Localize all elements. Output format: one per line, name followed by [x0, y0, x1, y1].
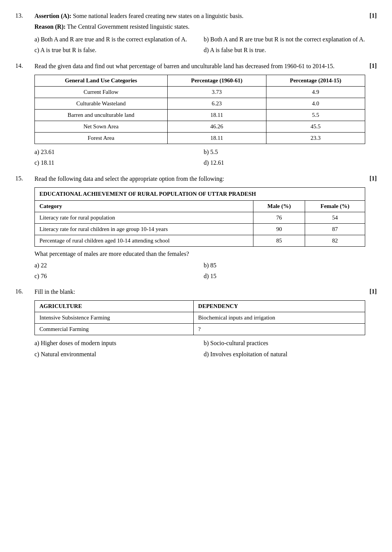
q15-content: Read the following data and select the a… [34, 174, 365, 281]
q14-row5-col1: Forest Area [35, 132, 168, 144]
q16-opt-b-text: Socio-cultural practices [210, 340, 268, 346]
q15-opt-b-label: b) [204, 262, 209, 269]
q16-content: Fill in the blank: AGRICULTURE DEPENDENC… [34, 287, 365, 359]
reason-text: The Central Government resisted linguist… [65, 23, 189, 30]
q16-col-header-1: AGRICULTURE [35, 301, 194, 312]
q16-col-header-2: DEPENDENCY [193, 301, 365, 312]
q15-row3-col3: 82 [305, 235, 365, 246]
q13-options: a) Both A and R are true and R is the co… [34, 35, 365, 55]
table-row: Culturable Wasteland 6.23 4.0 [35, 98, 365, 109]
q15-sub-question: What percentage of males are more educat… [34, 251, 365, 257]
q13-option-c: c) A is true but R is false. [34, 46, 196, 54]
q14-row3-col1: Barren and unculturable land [35, 109, 168, 121]
q15-option-d: d) 15 [204, 272, 365, 280]
q13-option-d: d) A is false but R is true. [204, 46, 365, 54]
q15-option-b: b) 85 [204, 261, 365, 270]
table-row: Percentage of rural children aged 10-14 … [35, 235, 365, 246]
q16-option-c: c) Natural environmental [34, 350, 196, 359]
q15-table: EDUCATIONAL ACHIEVEMENT OF RURAL POPULAT… [34, 187, 365, 247]
q13-option-a: a) Both A and R are true and R is the co… [34, 35, 196, 44]
q14-row2-col2: 6.23 [167, 98, 266, 109]
q15-title-row: EDUCATIONAL ACHIEVEMENT OF RURAL POPULAT… [35, 187, 365, 200]
table-row: Literacy rate for rural children in age … [35, 223, 365, 235]
q14-opt-c-text: 18.11 [41, 159, 54, 166]
q15-col-header-1: Category [35, 200, 253, 212]
q16-options: a) Higher doses of modern inputs b) Soci… [34, 339, 365, 359]
assertion-text: Some national leaders feared creating ne… [71, 13, 243, 19]
q15-marks: [1] [365, 174, 377, 182]
q14-row4-col3: 45.5 [266, 121, 365, 132]
q14-option-a: a) 23.61 [34, 148, 196, 156]
q14-option-b: b) 5.5 [204, 148, 365, 156]
q15-number: 15. [15, 174, 34, 182]
q14-options: a) 23.61 b) 5.5 c) 18.11 d) 12.61 [34, 148, 365, 167]
q14-opt-c-label: c) [34, 159, 39, 166]
q15-option-c: c) 76 [34, 272, 196, 280]
q16-row2-col2: ? [193, 324, 365, 335]
q14-row4-col1: Net Sown Area [35, 121, 168, 132]
q14-row5-col2: 18.11 [167, 132, 266, 144]
q15-option-a: a) 22 [34, 261, 196, 270]
q14-content: Read the given data and find out what pe… [34, 62, 365, 167]
q15-text: Read the following data and select the a… [34, 174, 365, 183]
q14-opt-a-text: 23.61 [41, 149, 54, 155]
table-row: Intensive Subsistence Farming Biochemica… [35, 312, 365, 324]
q14-opt-b-label: b) [204, 149, 209, 155]
question-16: 16. Fill in the blank: AGRICULTURE DEPEN… [15, 287, 377, 359]
q13-content: Assertion (A): Some national leaders fea… [34, 11, 365, 55]
q14-row2-col1: Culturable Wasteland [35, 98, 168, 109]
q14-col-header-3: Percentage (2014-15) [266, 75, 365, 86]
question-13: 13. Assertion (A): Some national leaders… [15, 11, 377, 55]
q15-table-title: EDUCATIONAL ACHIEVEMENT OF RURAL POPULAT… [35, 187, 365, 200]
q15-row2-col2: 90 [253, 223, 305, 235]
q13-opt-b-label: b) [204, 36, 209, 43]
q16-row2-col1: Commercial Farming [35, 324, 194, 335]
reason-label: Reason (R): [34, 23, 65, 30]
q13-opt-a-label: a) [34, 36, 39, 43]
q13-assertion: Assertion (A): Some national leaders fea… [34, 11, 365, 21]
q13-opt-d-text: A is false but R is true. [210, 47, 266, 53]
table-row: Current Fallow 3.73 4.9 [35, 86, 365, 98]
q16-text: Fill in the blank: [34, 287, 365, 296]
q15-col-header-3: Female (%) [305, 200, 365, 212]
q13-reason: Reason (R): The Central Government resis… [34, 22, 365, 31]
q14-row2-col3: 4.0 [266, 98, 365, 109]
q14-col-header-1: General Land Use Categories [35, 75, 168, 86]
q16-header-row: AGRICULTURE DEPENDENCY [35, 301, 365, 312]
q14-row1-col3: 4.9 [266, 86, 365, 98]
q15-opt-d-text: 15 [210, 273, 216, 279]
q14-row3-col3: 5.5 [266, 109, 365, 121]
question-15: 15. Read the following data and select t… [15, 174, 377, 281]
q16-opt-c-label: c) [34, 351, 39, 357]
q15-row1-col1: Literacy rate for rural population [35, 212, 253, 223]
q16-row1-col1: Intensive Subsistence Farming [35, 312, 194, 324]
q15-opt-a-label: a) [34, 262, 39, 269]
q16-opt-a-text: Higher doses of modern inputs [41, 340, 116, 346]
q15-opt-d-label: d) [204, 273, 209, 279]
table-row: Net Sown Area 46.26 45.5 [35, 121, 365, 132]
q14-table: General Land Use Categories Percentage (… [34, 75, 365, 144]
q16-table: AGRICULTURE DEPENDENCY Intensive Subsist… [34, 300, 365, 335]
q14-opt-a-label: a) [34, 149, 39, 155]
q13-opt-a-text: Both A and R are true and R is the corre… [41, 36, 187, 43]
q16-number: 16. [15, 287, 34, 295]
q13-opt-c-label: c) [34, 47, 39, 53]
q16-opt-c-text: Natural environmental [41, 351, 96, 357]
table-row: Literacy rate for rural population 76 54 [35, 212, 365, 223]
q13-number: 13. [15, 11, 34, 19]
q15-row1-col2: 76 [253, 212, 305, 223]
q13-opt-c-text: A is true but R is false. [41, 47, 96, 53]
q14-table-header-row: General Land Use Categories Percentage (… [35, 75, 365, 86]
table-row: Forest Area 18.11 23.3 [35, 132, 365, 144]
q13-option-b: b) Both A and R are true but R is not th… [204, 35, 365, 44]
q15-opt-a-text: 22 [41, 262, 47, 269]
q14-option-c: c) 18.11 [34, 159, 196, 167]
q15-opt-c-text: 76 [41, 273, 47, 279]
q15-row3-col2: 85 [253, 235, 305, 246]
q16-marks: [1] [365, 287, 377, 295]
q15-opt-b-text: 85 [210, 262, 216, 269]
q14-row5-col3: 23.3 [266, 132, 365, 144]
q16-opt-b-label: b) [204, 340, 209, 346]
q16-option-a: a) Higher doses of modern inputs [34, 339, 196, 347]
q15-col-header-2: Male (%) [253, 200, 305, 212]
